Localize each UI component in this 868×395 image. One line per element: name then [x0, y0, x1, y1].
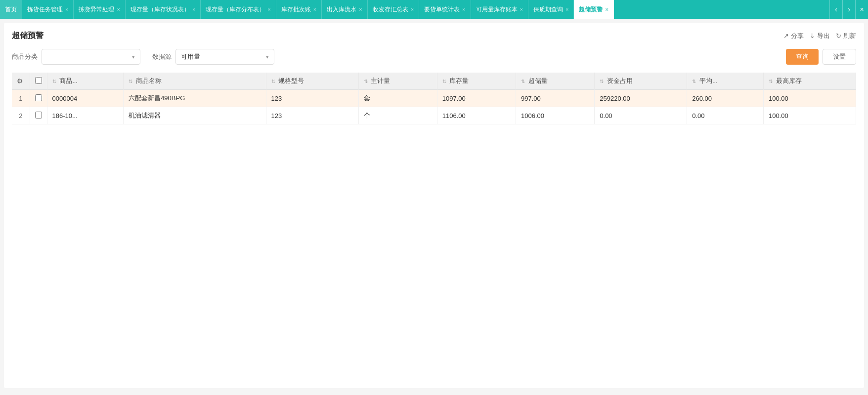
select-all-checkbox[interactable]	[35, 77, 42, 84]
nav-arrow-right[interactable]: ›	[842, 0, 855, 19]
sort-icon: ⇅	[52, 79, 56, 84]
data-table: ⚙ ⇅ 商品... ⇅ 商品名称 ⇅ 规格型号 ⇅	[12, 73, 856, 124]
nav-bar: 首页 拣货任务管理 × 拣货异常处理 × 现存量（库存状况表） × 现存量（库存…	[0, 0, 868, 19]
filter-datasource-group: 数据源 可用量 ▾	[152, 49, 274, 65]
nav-arrow-close[interactable]: ×	[855, 0, 868, 19]
gear-icon[interactable]: ⚙	[17, 77, 23, 85]
nav-item-available[interactable]: 可用量库存账本 ×	[471, 0, 528, 19]
cell-capital: 0.00	[595, 107, 687, 124]
col-avg[interactable]: ⇅ 平均...	[687, 73, 764, 90]
settings-button[interactable]: 设置	[823, 49, 856, 65]
col-unit[interactable]: ⇅ 主计量	[358, 73, 437, 90]
category-select[interactable]: ▾	[42, 49, 140, 65]
row-checkbox[interactable]	[35, 112, 42, 118]
table-checkbox-header[interactable]	[30, 73, 47, 90]
nav-item-overstock[interactable]: 超储预警 ×	[574, 0, 613, 19]
cell-avg: 260.00	[687, 90, 764, 107]
nav-item-quality[interactable]: 保质期查询 ×	[528, 0, 574, 19]
page-container: 超储预警 ↗ 分享 ⇓ 导出 ↻ 刷新 商品分类 ▾ 数据源	[4, 23, 864, 388]
query-button[interactable]: 查询	[786, 49, 819, 65]
filter-category-group: 商品分类 ▾	[12, 49, 140, 65]
row-index: 2	[12, 107, 30, 124]
nav-item-stock-dist[interactable]: 现存量（库存分布表） ×	[201, 0, 276, 19]
sort-icon: ⇅	[769, 79, 773, 84]
nav-item-stock-status[interactable]: 现存量（库存状况表） ×	[126, 0, 201, 19]
cell-spec: 123	[266, 90, 358, 107]
row-checkbox-cell[interactable]	[30, 90, 47, 107]
cell-product-code: 186-10...	[47, 107, 124, 124]
datasource-label: 数据源	[152, 52, 172, 61]
col-stock[interactable]: ⇅ 库存量	[437, 73, 516, 90]
close-icon[interactable]: ×	[565, 6, 568, 12]
sort-icon: ⇅	[442, 79, 446, 84]
cell-avg: 0.00	[687, 107, 764, 124]
row-checkbox[interactable]	[35, 94, 42, 101]
sort-icon: ⇅	[364, 79, 368, 84]
table-row: 1 0000004 六配套新昌490BPG 123 套 1097.00 997.…	[12, 90, 856, 107]
share-button[interactable]: ↗ 分享	[783, 32, 804, 40]
nav-item-abnormal[interactable]: 拣货异常处理 ×	[74, 0, 125, 19]
col-spec[interactable]: ⇅ 规格型号	[266, 73, 358, 90]
page-title: 超储预警	[12, 31, 43, 41]
export-button[interactable]: ⇓ 导出	[810, 32, 830, 40]
nav-arrow-left[interactable]: ‹	[829, 0, 842, 19]
row-index: 1	[12, 90, 30, 107]
nav-item-task[interactable]: 拣货任务管理 ×	[22, 0, 74, 19]
nav-item-inout[interactable]: 出入库流水 ×	[322, 0, 367, 19]
col-product-name[interactable]: ⇅ 商品名称	[124, 73, 266, 90]
chevron-down-icon: ▾	[266, 54, 269, 60]
sort-icon: ⇅	[271, 79, 275, 84]
table-row: 2 186-10... 机油滤清器 123 个 1106.00 1006.00 …	[12, 107, 856, 124]
cell-product-code: 0000004	[47, 90, 124, 107]
close-icon[interactable]: ×	[267, 6, 270, 12]
cell-product-name: 机油滤清器	[124, 107, 266, 124]
col-max-stock[interactable]: ⇅ 最高库存	[763, 73, 856, 90]
cell-unit: 套	[358, 90, 437, 107]
close-icon[interactable]: ×	[359, 6, 362, 12]
sort-icon: ⇅	[600, 79, 604, 84]
cell-capital: 259220.00	[595, 90, 687, 107]
col-over-stock[interactable]: ⇅ 超储量	[516, 73, 595, 90]
cell-unit: 个	[358, 107, 437, 124]
cell-max-stock: 100.00	[763, 107, 856, 124]
nav-item-batch[interactable]: 库存批次账 ×	[276, 0, 322, 19]
category-label: 商品分类	[12, 52, 38, 61]
close-icon[interactable]: ×	[192, 6, 195, 12]
datasource-value: 可用量	[181, 52, 200, 61]
cell-product-name: 六配套新昌490BPG	[124, 90, 266, 107]
close-icon[interactable]: ×	[462, 6, 465, 12]
refresh-icon: ↻	[836, 32, 841, 40]
close-icon[interactable]: ×	[411, 6, 414, 12]
export-icon: ⇓	[810, 32, 815, 40]
page-header: 超储预警 ↗ 分享 ⇓ 导出 ↻ 刷新	[12, 31, 856, 41]
share-icon: ↗	[783, 32, 789, 40]
cell-over-stock: 997.00	[516, 90, 595, 107]
nav-item-demand[interactable]: 要货单统计表 ×	[419, 0, 471, 19]
filter-row: 商品分类 ▾ 数据源 可用量 ▾ 查询 设置	[12, 49, 856, 65]
nav-item-summary[interactable]: 收发存汇总表 ×	[368, 0, 419, 19]
sort-icon: ⇅	[521, 79, 525, 84]
close-icon[interactable]: ×	[520, 6, 523, 12]
cell-max-stock: 100.00	[763, 90, 856, 107]
cell-spec: 123	[266, 107, 358, 124]
cell-over-stock: 1006.00	[516, 107, 595, 124]
close-icon[interactable]: ×	[117, 6, 120, 12]
cell-stock: 1097.00	[437, 90, 516, 107]
header-actions: ↗ 分享 ⇓ 导出 ↻ 刷新	[783, 32, 856, 40]
col-product-code[interactable]: ⇅ 商品...	[47, 73, 124, 90]
nav-arrows: ‹ › ×	[829, 0, 868, 19]
filter-buttons: 查询 设置	[786, 49, 856, 65]
chevron-down-icon: ▾	[132, 54, 135, 60]
close-icon[interactable]: ×	[65, 6, 68, 12]
refresh-button[interactable]: ↻ 刷新	[836, 32, 856, 40]
nav-item-home[interactable]: 首页	[0, 0, 22, 19]
table-settings-header[interactable]: ⚙	[12, 73, 30, 90]
row-checkbox-cell[interactable]	[30, 107, 47, 124]
close-icon[interactable]: ×	[313, 6, 316, 12]
sort-icon: ⇅	[129, 79, 132, 84]
datasource-select[interactable]: 可用量 ▾	[175, 49, 274, 65]
sort-icon: ⇅	[692, 79, 696, 84]
close-icon[interactable]: ×	[605, 6, 608, 12]
cell-stock: 1106.00	[437, 107, 516, 124]
col-capital[interactable]: ⇅ 资金占用	[595, 73, 687, 90]
